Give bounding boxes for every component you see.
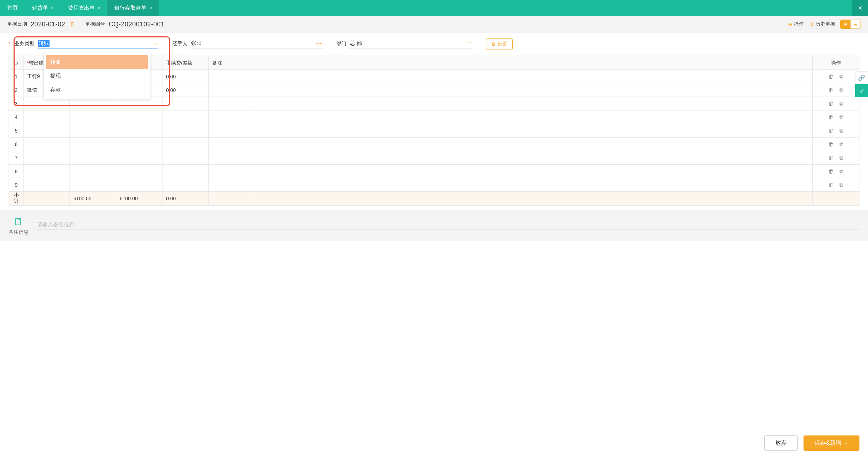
cell-out-acct[interactable] (24, 178, 70, 192)
cell-in-amt[interactable] (116, 138, 162, 151)
copy-row-icon[interactable]: ⧉ (839, 182, 843, 188)
option-transfer[interactable]: 转账 (46, 55, 148, 69)
cell-fee[interactable] (162, 97, 209, 110)
cell-out-acct[interactable] (24, 124, 70, 138)
cell-fee[interactable] (162, 124, 209, 138)
cell-out-amt[interactable] (70, 151, 116, 165)
view-list-b[interactable]: ☰ (851, 20, 861, 29)
delete-row-icon[interactable]: 🗑 (828, 182, 834, 188)
copy-row-icon[interactable]: ⧉ (839, 128, 843, 134)
tab-home[interactable]: 首页 (0, 0, 25, 16)
expand-icon[interactable]: ⤢ (855, 84, 868, 97)
cell-actions: 🗑⧉ (813, 97, 859, 110)
copy-row-icon[interactable]: ⧉ (839, 141, 843, 148)
cell-remark[interactable] (209, 70, 255, 83)
tab-expense[interactable]: 费用支出单× (61, 0, 108, 16)
biz-type-dropdown: 转账 提现 存款 (43, 53, 150, 99)
note-icon: 🗒 (14, 216, 24, 228)
table-row[interactable]: 7🗑⧉ (9, 151, 859, 165)
row-index: 1 (9, 70, 24, 83)
gear-icon: ⚙ (491, 41, 496, 47)
cell-out-acct[interactable] (24, 151, 70, 165)
view-list-a[interactable]: ≡ (841, 20, 851, 29)
cell-fee[interactable]: 0.00 (162, 70, 209, 83)
side-icons: 🔗 ⤢ (855, 71, 868, 97)
option-withdraw[interactable]: 提现 (46, 69, 148, 83)
remark-input[interactable] (37, 221, 859, 227)
handler-select[interactable]: 张阳 ••• (191, 38, 322, 49)
copy-row-icon[interactable]: ⧉ (839, 114, 843, 120)
actions-menu[interactable]: ⊞操作 (788, 21, 804, 27)
row-index: 3 (9, 97, 24, 110)
cell-remark[interactable] (209, 151, 255, 165)
cell-remark[interactable] (209, 124, 255, 138)
cell-out-amt[interactable] (70, 138, 116, 151)
delete-row-icon[interactable]: 🗑 (828, 168, 834, 175)
biz-type-select[interactable]: 转账 ︿ (38, 38, 158, 49)
cell-out-amt[interactable] (70, 165, 116, 178)
delete-row-icon[interactable]: 🗑 (828, 73, 834, 80)
table-row[interactable]: 4🗑⧉ (9, 110, 859, 124)
cell-out-amt[interactable] (70, 124, 116, 138)
cell-fee[interactable]: 0.00 (162, 83, 209, 97)
table-row[interactable]: 9🗑⧉ (9, 178, 859, 192)
cell-in-amt[interactable] (116, 151, 162, 165)
cell-fee[interactable] (162, 110, 209, 124)
cell-out-acct[interactable] (24, 110, 70, 124)
cell-fee[interactable] (162, 178, 209, 192)
dept-select[interactable]: 总 部 ﹀ (350, 38, 472, 49)
remark-label-block: 🗒 备注信息 (9, 216, 29, 236)
gear-header[interactable]: ⚙ (9, 56, 24, 70)
cell-in-amt[interactable] (116, 110, 162, 124)
cell-in-amt[interactable] (116, 124, 162, 138)
copy-row-icon[interactable]: ⧉ (839, 73, 843, 80)
delete-row-icon[interactable]: 🗑 (828, 141, 834, 148)
cell-remark[interactable] (209, 165, 255, 178)
cell-fee[interactable] (162, 138, 209, 151)
copy-row-icon[interactable]: ⧉ (839, 155, 843, 161)
option-deposit[interactable]: 存款 (46, 83, 148, 97)
copy-row-icon[interactable]: ⧉ (839, 168, 843, 175)
cell-out-amt[interactable] (70, 110, 116, 124)
cell-fee[interactable] (162, 165, 209, 178)
tab-sales[interactable]: 销货单× (25, 0, 61, 16)
subtotal-out-amt: 6100.00 (70, 192, 116, 205)
cell-fee[interactable] (162, 151, 209, 165)
row-index: 8 (9, 165, 24, 178)
biz-type-label: 业务类型 (15, 41, 35, 47)
tab-bar: 首页 销货单× 费用支出单× 银行存取款单× × (0, 0, 868, 16)
dept-label: 部门 (336, 41, 346, 47)
calendar-icon[interactable]: 🗓 (69, 21, 75, 28)
cell-remark[interactable] (209, 110, 255, 124)
tab-bank[interactable]: 银行存取款单× (107, 0, 159, 16)
cell-in-amt[interactable] (116, 165, 162, 178)
close-all-icon[interactable]: × (852, 0, 868, 16)
table-row[interactable]: 5🗑⧉ (9, 124, 859, 138)
delete-row-icon[interactable]: 🗑 (828, 100, 834, 107)
delete-row-icon[interactable]: 🗑 (828, 128, 834, 134)
table-row[interactable]: 8🗑⧉ (9, 165, 859, 178)
cell-remark[interactable] (209, 83, 255, 97)
cell-remark[interactable] (209, 97, 255, 110)
table-row[interactable]: 6🗑⧉ (9, 138, 859, 151)
history-link[interactable]: 🗎历史单据 (809, 21, 835, 27)
copy-row-icon[interactable]: ⧉ (839, 87, 843, 93)
close-icon[interactable]: × (149, 5, 152, 11)
delete-row-icon[interactable]: 🗑 (828, 114, 834, 120)
close-icon[interactable]: × (98, 5, 100, 11)
close-icon[interactable]: × (51, 5, 54, 11)
date-value[interactable]: 2020-01-02 (31, 21, 65, 28)
cell-out-amt[interactable] (70, 178, 116, 192)
dept-value: 总 部 (350, 40, 362, 47)
cell-in-amt[interactable] (116, 178, 162, 192)
cell-out-acct[interactable] (24, 165, 70, 178)
delete-row-icon[interactable]: 🗑 (828, 155, 834, 161)
cell-remark[interactable] (209, 178, 255, 192)
delete-row-icon[interactable]: 🗑 (828, 87, 834, 93)
cell-remark[interactable] (209, 138, 255, 151)
settings-button[interactable]: ⚙ 设置 (486, 38, 513, 50)
copy-row-icon[interactable]: ⧉ (839, 100, 843, 107)
cell-out-acct[interactable] (24, 138, 70, 151)
attachment-icon[interactable]: 🔗 (855, 71, 868, 84)
field-handler: 经手人 张阳 ••• (172, 38, 322, 49)
